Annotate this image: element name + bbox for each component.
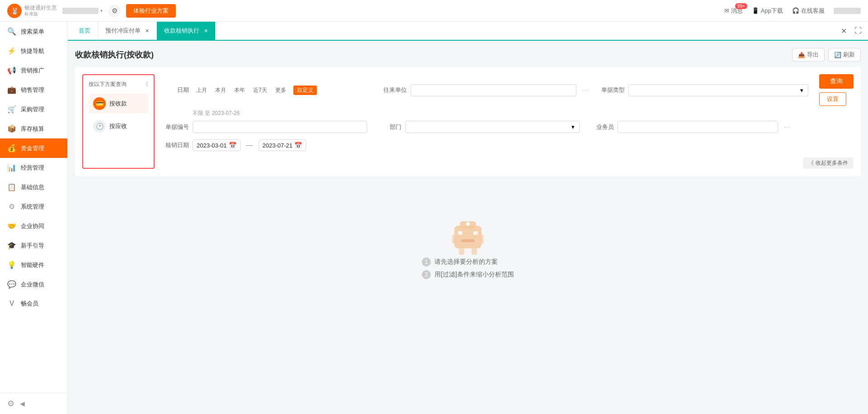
collapse-more-row: 《 收起更多条件 [162,157,854,169]
account-selector[interactable]: ▾ [62,8,103,14]
export-icon: 📤 [798,52,805,58]
online-service-btn[interactable]: 🎧 在线客服 [792,7,825,15]
filter-row-3: 核销日期 2023-03-01 📅 — 2023-07-21 📅 [162,139,854,151]
date-btn-this-month[interactable]: 本月 [212,86,230,95]
main-layout: 🔍 搜索菜单 ⚡ 快捷导航 📢 营销推广 💼 销售管理 🛒 采购管理 📦 库存核… [0,22,868,414]
tab-close-prepay[interactable]: ✕ [145,28,149,34]
bill-no-input[interactable] [193,121,367,133]
tip-num-1: 1 [422,257,431,266]
search-icon: 🔍 [7,27,16,36]
bill-type-filter: 单据类型 ▾ [598,84,808,96]
tab-close-all-icon[interactable]: ✕ [837,24,850,37]
sidebar-item-enterprise-wechat[interactable]: 💬 企业微信 [0,275,67,294]
date-btn-last-month[interactable]: 上月 [193,86,211,95]
message-btn[interactable]: ✉ 消息 99+ [724,7,743,15]
collapse-more-btn[interactable]: 《 收起更多条件 [803,157,854,169]
date-group: 上月 本月 本年 近7天 更多 自定义 [193,86,373,95]
bill-type-select[interactable]: ▾ [628,84,808,96]
refresh-btn[interactable]: 🔄 刷新 [828,48,861,62]
verify-date-end-picker[interactable]: 2023-07-21 📅 [259,139,307,151]
sidebar-item-beginner[interactable]: 🎓 新手引导 [0,236,67,255]
svg-rect-4 [473,231,478,235]
date-no-limit-row: 不限 至 2023-07-26 [193,109,854,117]
sidebar-item-purchase[interactable]: 🛒 采购管理 [0,100,67,119]
filter-row-2: 单据编号 部门 ▾ 业务员 [162,121,854,133]
query-option-by-collection[interactable]: 💳 按收款 [89,94,148,114]
svg-rect-3 [458,231,462,235]
sidebar-collapse-icon[interactable]: ◀ [20,400,25,407]
basicinfo-icon: 📋 [7,183,16,191]
svg-rect-8 [459,248,464,255]
dept-chevron-icon: ▾ [571,124,575,130]
dept-select[interactable]: ▾ [405,121,580,133]
sidebar-item-hardware[interactable]: 💡 智能硬件 [0,255,67,275]
bill-type-label: 单据类型 [598,86,625,94]
date-btn-more[interactable]: 更多 [272,86,290,95]
sales-icon: 💼 [7,86,16,94]
sidebar-item-enterprise-collab[interactable]: 🤝 企业协同 [0,216,67,236]
filter-row-1: 日期 上月 本月 本年 近7天 更多 自定义 [162,74,854,106]
svg-rect-9 [472,248,477,255]
app-download-btn[interactable]: 📱 App下载 [752,7,783,15]
app-icon: 📱 [752,7,759,14]
empty-state: 1 请先选择要分析的方案 2 用[过滤]条件来缩小分析范围 [75,185,861,306]
svg-rect-0 [454,226,481,248]
business-ellipsis-icon[interactable]: ··· [782,122,792,132]
sidebar-item-vip[interactable]: V 畅会员 [0,294,67,313]
query-option-by-receivable[interactable]: 🕐 按应收 [89,116,148,136]
business-label: 业务员 [587,123,614,131]
counterpart-ellipsis-icon[interactable]: ··· [580,86,590,95]
sidebar-gear-icon[interactable]: ⚙ [7,399,14,409]
operation-icon: 📊 [7,163,16,172]
counterpart-input[interactable] [410,84,576,96]
verify-date-filter: 核销日期 2023-03-01 📅 — 2023-07-21 📅 [162,139,854,151]
sidebar-bottom: ⚙ ◀ [0,393,67,414]
sidebar-item-operation[interactable]: 📊 经营管理 [0,158,67,177]
sidebar-item-quick-nav[interactable]: ⚡ 快捷导航 [0,41,67,61]
verify-date-start-picker[interactable]: 2023-03-01 📅 [193,139,241,151]
sidebar-item-system[interactable]: ⚙ 系统管理 [0,197,67,216]
system-icon: ⚙ [7,202,16,211]
industry-btn[interactable]: 体验行业方案 [126,4,176,18]
logo-icon: 🐰 [7,4,22,18]
sidebar-item-basic-info[interactable]: 📋 基础信息 [0,177,67,197]
sidebar-item-finance[interactable]: 💰 资金管理 [0,138,67,158]
sidebar-item-marketing[interactable]: 📢 营销推广 [0,61,67,80]
tab-expand-icon[interactable]: ⛶ [852,24,864,37]
dept-label: 部门 [374,123,401,131]
message-badge: 99+ [735,3,747,9]
tab-home[interactable]: 首页 [71,22,98,40]
service-icon: 🎧 [792,7,799,14]
verify-date-label: 核销日期 [162,141,189,149]
query-type-panel: 按以下方案查询 《 💳 按收款 🕐 按应收 [82,74,155,169]
tab-close-collection[interactable]: ✕ [204,28,208,34]
refresh-icon: 🔄 [834,52,841,58]
account-name [62,8,99,14]
panel-collapse-btn[interactable]: 《 [143,81,148,88]
query-btn[interactable]: 查询 [819,74,854,89]
business-input[interactable] [618,121,778,133]
counterpart-label: 往来单位 [380,86,407,94]
beginner-icon: 🎓 [7,241,16,250]
settings-icon[interactable]: ⚙ [108,5,121,17]
set-btn[interactable]: 设置 [819,92,846,106]
sidebar-item-sales[interactable]: 💼 销售管理 [0,80,67,100]
collapse-up-icon: 《 [808,159,814,167]
sidebar-item-inventory[interactable]: 📦 库存核算 [0,119,67,138]
purchase-icon: 🛒 [7,105,16,114]
svg-rect-5 [461,239,475,242]
sidebar-item-search[interactable]: 🔍 搜索菜单 [0,22,67,41]
tab-collection[interactable]: 收款核销执行 ✕ [157,22,216,40]
tab-prepay[interactable]: 预付冲应付单 ✕ [98,22,157,40]
tab-bar: 首页 预付冲应付单 ✕ 收款核销执行 ✕ ✕ ⛶ [68,22,868,41]
business-filter: 业务员 ··· [587,121,792,133]
date-filter: 日期 上月 本月 本年 近7天 更多 自定义 [162,86,373,95]
date-custom-badge[interactable]: 自定义 [293,86,317,95]
vip-icon: V [7,300,16,308]
date-btn-7days[interactable]: 近7天 [250,86,271,95]
export-btn[interactable]: 📤 导出 [792,48,825,62]
topbar: 🐰 畅捷通好生意 标准版 ▾ ⚙ 体验行业方案 ✉ 消息 99+ 📱 App下载… [0,0,868,22]
date-btn-this-year[interactable]: 本年 [231,86,249,95]
sidebar: 🔍 搜索菜单 ⚡ 快捷导航 📢 营销推广 💼 销售管理 🛒 采购管理 📦 库存核… [0,22,68,414]
wechat-icon: 💬 [7,280,16,289]
